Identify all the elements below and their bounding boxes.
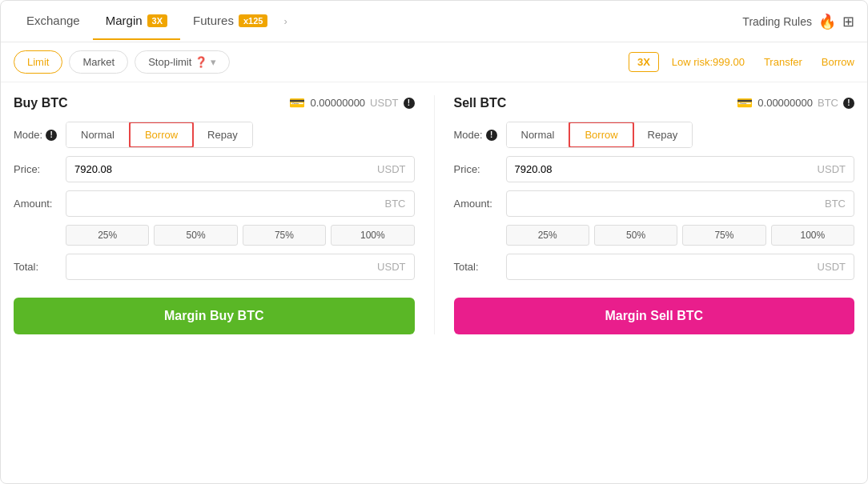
buy-total-unit: USDT [377,261,405,273]
buy-price-label: Price: [14,163,66,175]
futures-arrow: › [283,15,287,27]
buy-amount-label: Amount: [14,198,66,210]
buy-panel: Buy BTC 💳 0.00000000 USDT ! Mode: ! Norm… [14,95,415,334]
card-icon: 💳 [289,95,305,110]
margin-buy-button[interactable]: Margin Buy BTC [14,298,415,334]
leverage-box[interactable]: 3X [629,52,659,72]
futures-label: Futures [193,14,234,27]
buy-price-unit: USDT [377,163,405,175]
stop-limit-button[interactable]: Stop-limit ❓ ▾ [135,50,230,74]
buy-mode-borrow[interactable]: Borrow [129,122,194,148]
buy-total-row: Total: USDT [14,254,415,280]
buy-amount-input[interactable]: BTC [66,190,415,217]
buy-total-label: Total: [14,261,66,273]
borrow-link[interactable]: Borrow [822,56,854,68]
panel-divider [434,95,435,334]
sell-panel-balance: 💳 0.00000000 BTC ! [737,95,854,110]
trading-panels: Buy BTC 💳 0.00000000 USDT ! Mode: ! Norm… [1,82,867,347]
buy-price-input[interactable]: 7920.08 USDT [66,156,415,182]
buy-mode-group: Normal Borrow Repay [66,122,253,148]
sell-pct-75[interactable]: 75% [682,225,766,246]
buy-mode-row: Mode: ! Normal Borrow Repay [14,122,415,148]
sell-mode-normal[interactable]: Normal [507,122,570,147]
buy-pct-75[interactable]: 75% [243,225,326,246]
futures-badge: x125 [239,14,267,27]
sell-balance-value: 0.00000000 [757,97,813,109]
risk-text: Low risk:999.00 [672,56,745,68]
buy-balance-value: 0.00000000 [310,97,365,109]
sell-total-label: Total: [454,261,506,273]
order-bar: Limit Market Stop-limit ❓ ▾ 3X Low risk:… [1,42,867,82]
nav-tab-margin[interactable]: Margin 3X [93,2,180,40]
question-icon: ❓ [195,56,207,68]
buy-panel-header: Buy BTC 💳 0.00000000 USDT ! [14,95,415,110]
buy-mode-repay[interactable]: Repay [193,122,252,147]
buy-pct-25[interactable]: 25% [66,225,149,246]
sell-mode-repay[interactable]: Repay [633,122,693,147]
sell-total-unit: USDT [818,261,846,273]
buy-panel-title: Buy BTC [14,96,68,110]
transfer-link[interactable]: Transfer [764,56,802,68]
app-container: Exchange Margin 3X Futures x125 › Tradin… [0,0,868,484]
warn-icon-sell: ! [843,98,854,109]
buy-amount-row: Amount: BTC [14,190,415,217]
mode-info-icon-buy: ! [46,130,57,141]
sell-panel: Sell BTC 💳 0.00000000 BTC ! Mode: ! Norm… [454,95,855,334]
stop-limit-label: Stop-limit [148,56,191,68]
buy-pct-row: 25% 50% 75% 100% [66,225,415,246]
sell-mode-label: Mode: ! [454,129,506,141]
buy-pct-100[interactable]: 100% [331,225,414,246]
sell-price-value: 7920.08 [515,163,553,175]
sell-mode-row: Mode: ! Normal Borrow Repay [454,122,855,148]
sell-pct-row: 25% 50% 75% 100% [506,225,855,246]
buy-total-input[interactable]: USDT [66,254,415,280]
card-icon-sell: 💳 [737,95,753,110]
exchange-label: Exchange [26,14,80,27]
sell-total-input[interactable]: USDT [506,254,855,280]
sell-mode-group: Normal Borrow Repay [506,122,693,148]
buy-mode-normal[interactable]: Normal [66,122,130,147]
buy-balance-unit: USDT [370,97,398,109]
sell-amount-label: Amount: [454,198,506,210]
margin-label: Margin [106,14,143,27]
margin-badge: 3X [147,14,167,27]
trading-rules[interactable]: Trading Rules 🔥 ⊞ [742,13,854,30]
sell-amount-row: Amount: BTC [454,190,855,217]
sell-pct-25[interactable]: 25% [506,225,589,246]
sell-price-unit: USDT [818,163,846,175]
sell-price-input[interactable]: 7920.08 USDT [506,156,855,182]
buy-panel-balance: 💳 0.00000000 USDT ! [289,95,414,110]
limit-button[interactable]: Limit [14,50,62,74]
buy-mode-label: Mode: ! [14,129,66,141]
sell-amount-unit: BTC [825,198,846,210]
sell-price-label: Price: [454,163,506,175]
calculator-icon[interactable]: ⊞ [842,13,854,30]
market-button[interactable]: Market [69,50,128,74]
buy-price-value: 7920.08 [74,163,112,175]
sell-amount-input[interactable]: BTC [506,190,855,217]
mode-info-icon-sell: ! [486,130,497,141]
sell-pct-100[interactable]: 100% [771,225,854,246]
fire-icon: 🔥 [818,13,836,30]
warn-icon-buy: ! [404,98,415,109]
sell-price-row: Price: 7920.08 USDT [454,156,855,182]
nav-tab-exchange[interactable]: Exchange [14,2,93,40]
sell-mode-borrow[interactable]: Borrow [569,122,633,148]
sell-panel-title: Sell BTC [454,96,507,110]
top-nav: Exchange Margin 3X Futures x125 › Tradin… [1,1,867,42]
sell-total-row: Total: USDT [454,254,855,280]
sell-pct-50[interactable]: 50% [594,225,677,246]
sell-panel-header: Sell BTC 💳 0.00000000 BTC ! [454,95,855,110]
buy-pct-50[interactable]: 50% [154,225,237,246]
buy-price-row: Price: 7920.08 USDT [14,156,415,182]
trading-rules-label: Trading Rules [742,15,812,28]
chevron-down-icon: ▾ [211,56,216,68]
buy-amount-unit: BTC [385,198,406,210]
margin-sell-button[interactable]: Margin Sell BTC [454,298,855,334]
nav-tab-futures[interactable]: Futures x125 [180,2,280,40]
sell-balance-unit: BTC [818,97,838,109]
